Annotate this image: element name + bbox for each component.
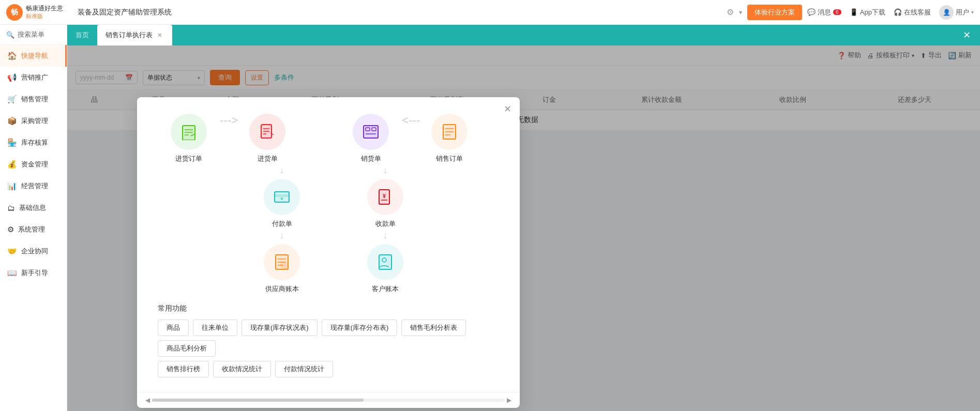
main-area: 🔍 搜索菜单 🏠 快捷导航 📢 营销推广 🛒 销售管理 📦 采购管理 🏪 bbox=[0, 25, 980, 411]
payment-circle: ¥ bbox=[264, 179, 300, 215]
sales-order-label: 销售订单 bbox=[436, 154, 463, 163]
receipt-circle: ¥ bbox=[367, 179, 403, 215]
sidebar-item-inventory[interactable]: 🏪 库存核算 bbox=[0, 132, 67, 154]
marketing-icon: 📢 bbox=[7, 73, 17, 82]
flow-item-purchase-order[interactable]: 进货订单 bbox=[158, 114, 220, 163]
customer-ledger-label: 客户账本 bbox=[372, 284, 399, 294]
flow-item-payment[interactable]: ¥ 付款单 bbox=[251, 179, 313, 229]
btn-sales-rank[interactable]: 销售排行榜 bbox=[158, 361, 209, 377]
flow-item-sales-order[interactable]: 销售订单 bbox=[418, 114, 480, 163]
btn-payment-stat[interactable]: 付款情况统计 bbox=[275, 361, 333, 377]
sales-order-circle bbox=[431, 114, 468, 150]
sidebar: 🔍 搜索菜单 🏠 快捷导航 📢 营销推广 🛒 销售管理 📦 采购管理 🏪 bbox=[0, 25, 67, 411]
system-title: 装备及固定资产辅助管理系统 bbox=[78, 8, 721, 17]
top-actions: 💬 消息 6 📱 App下载 🎧 在线客服 👤 用户 ▾ bbox=[807, 5, 974, 20]
headset-icon: 🎧 bbox=[894, 8, 902, 16]
scrollbar-right-arrow[interactable]: ▶ bbox=[507, 397, 511, 404]
scrollbar-thumb bbox=[152, 399, 364, 402]
purchase-order-circle bbox=[171, 114, 207, 150]
scrollbar-track[interactable] bbox=[152, 399, 505, 402]
sidebar-item-operations[interactable]: 📊 经营管理 bbox=[0, 175, 67, 197]
sidebar-search[interactable]: 🔍 搜索菜单 bbox=[0, 25, 67, 45]
user-dropdown-arrow: ▾ bbox=[971, 9, 974, 15]
btn-product[interactable]: 商品 bbox=[158, 319, 189, 336]
tab-home-label: 首页 bbox=[76, 31, 89, 40]
sidebar-item-marketing[interactable]: 📢 营销推广 bbox=[0, 67, 67, 88]
down-arrow-purchase-slip: ↓ bbox=[251, 165, 313, 175]
tab-close-icon[interactable]: ✕ bbox=[156, 31, 164, 39]
btn-stock-status[interactable]: 现存量(库存状况表) bbox=[242, 319, 318, 336]
supplier-ledger-icon bbox=[274, 254, 290, 270]
operations-icon: 📊 bbox=[7, 181, 17, 191]
sidebar-item-finance[interactable]: 💰 资金管理 bbox=[0, 154, 67, 175]
app-download-label: App下载 bbox=[860, 8, 885, 17]
down-arrow-receipt: ↓ bbox=[354, 231, 416, 240]
purchase-slip-label: 进货单 bbox=[258, 154, 278, 163]
sidebar-item-base-info[interactable]: 🗂 基础信息 bbox=[0, 197, 67, 219]
sidebar-item-label-sales: 销售管理 bbox=[21, 95, 48, 104]
sidebar-item-label-guide: 新手引导 bbox=[21, 268, 48, 278]
customer-ledger-circle bbox=[367, 244, 403, 280]
page-content: ❓ 帮助 🖨 按模板打印 ▾ ⬆ 导出 🔄 bbox=[67, 45, 980, 411]
sidebar-item-label-enterprise: 企业协同 bbox=[21, 247, 48, 256]
app-download-item[interactable]: 📱 App下载 bbox=[850, 8, 885, 17]
modal-close-button[interactable]: ✕ bbox=[504, 103, 511, 115]
sidebar-item-guide[interactable]: 📖 新手引导 bbox=[0, 262, 67, 284]
flow-item-receipt[interactable]: ¥ 收款单 bbox=[354, 179, 416, 229]
sidebar-item-system[interactable]: ⚙ 系统管理 bbox=[0, 219, 67, 240]
message-item[interactable]: 💬 消息 6 bbox=[807, 8, 841, 17]
payment-icon: ¥ bbox=[274, 189, 290, 205]
flow-item-supplier-ledger[interactable]: 供应商账本 bbox=[251, 244, 313, 294]
window-close-area: ✕ bbox=[959, 25, 980, 45]
common-functions-title: 常用功能 bbox=[158, 304, 499, 313]
user-item[interactable]: 👤 用户 ▾ bbox=[939, 5, 974, 20]
modal-overlay: ✕ bbox=[67, 45, 980, 411]
btn-counterparty[interactable]: 往来单位 bbox=[193, 319, 237, 336]
tab-sales-order-exec[interactable]: 销售订单执行表 ✕ bbox=[97, 25, 172, 45]
btn-product-margin[interactable]: 商品毛利分析 bbox=[158, 340, 216, 357]
sidebar-item-label-quick-nav: 快捷导航 bbox=[21, 51, 48, 60]
inventory-icon: 🏪 bbox=[7, 138, 17, 147]
enterprise-icon: 🤝 bbox=[7, 247, 17, 256]
sidebar-item-purchase[interactable]: 📦 采购管理 bbox=[0, 110, 67, 132]
btn-receipt-stat[interactable]: 收款情况统计 bbox=[213, 361, 271, 377]
btn-stock-dist[interactable]: 现存量(库存分布表) bbox=[322, 319, 398, 336]
gear-icon[interactable]: ⚙ bbox=[727, 7, 734, 17]
arrow-sales-order-to-slip: < - - - bbox=[402, 114, 418, 156]
sales-slip-icon bbox=[363, 124, 379, 140]
system-icon: ⚙ bbox=[7, 225, 14, 234]
base-info-icon: 🗂 bbox=[7, 204, 15, 212]
common-buttons-row1: 商品 往来单位 现存量(库存状况表) 现存量(库存分布表) 销售毛利分析表 商品… bbox=[158, 319, 499, 357]
guide-icon: 📖 bbox=[7, 268, 17, 278]
tab-bar: 首页 销售订单执行表 ✕ ✕ bbox=[67, 25, 980, 45]
svg-rect-33 bbox=[281, 263, 287, 268]
tab-home[interactable]: 首页 bbox=[67, 25, 97, 45]
sidebar-item-label-system: 系统管理 bbox=[18, 225, 45, 234]
purchase-icon: 📦 bbox=[7, 116, 17, 126]
flow-item-purchase-slip[interactable]: 进货单 bbox=[236, 114, 298, 163]
btn-sales-margin[interactable]: 销售毛利分析表 bbox=[401, 319, 466, 336]
sidebar-item-enterprise[interactable]: 🤝 企业协同 bbox=[0, 240, 67, 262]
online-service-item[interactable]: 🎧 在线客服 bbox=[894, 8, 931, 17]
dropdown-arrow[interactable]: ▾ bbox=[739, 9, 742, 16]
sidebar-item-label-base-info: 基础信息 bbox=[19, 203, 46, 212]
sales-slip-label: 销货单 bbox=[361, 154, 381, 163]
logo-icon: 畅 bbox=[6, 4, 23, 21]
sidebar-item-sales[interactable]: 🛒 销售管理 bbox=[0, 88, 67, 110]
common-section: 常用功能 商品 往来单位 现存量(库存状况表) 现存量(库存分布表) 销售毛利分… bbox=[137, 304, 520, 392]
supplier-ledger-label: 供应商账本 bbox=[265, 284, 299, 294]
flow-item-customer-ledger[interactable]: 客户账本 bbox=[354, 244, 416, 294]
customer-ledger-icon bbox=[377, 254, 394, 270]
user-avatar: 👤 bbox=[939, 5, 954, 20]
modal-scrollbar: ◀ ▶ bbox=[137, 392, 520, 408]
svg-text:¥: ¥ bbox=[383, 193, 386, 199]
sidebar-item-label-finance: 资金管理 bbox=[21, 160, 48, 169]
sidebar-item-quick-nav[interactable]: 🏠 快捷导航 bbox=[0, 45, 67, 67]
receipt-icon: ¥ bbox=[377, 189, 394, 205]
flow-item-sales-slip[interactable]: 销货单 bbox=[340, 114, 402, 163]
window-close-button[interactable]: ✕ bbox=[959, 27, 975, 43]
scrollbar-left-arrow[interactable]: ◀ bbox=[145, 397, 150, 404]
sales-order-icon bbox=[441, 124, 458, 140]
trial-btn[interactable]: 体验行业方案 bbox=[747, 5, 802, 20]
sidebar-item-label-marketing: 营销推广 bbox=[21, 73, 48, 82]
